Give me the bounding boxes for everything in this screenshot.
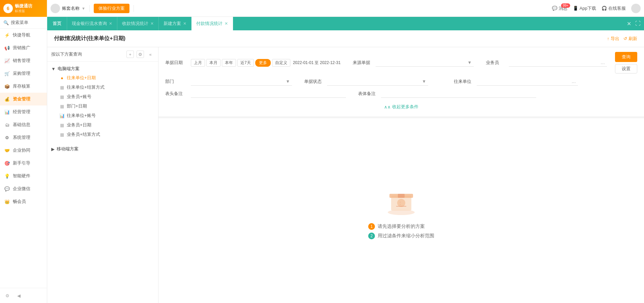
sidebar-item-inventory[interactable]: 📦 库存核算 xyxy=(0,80,47,93)
operations-icon: 📊 xyxy=(4,109,10,115)
last-7-days-btn[interactable]: 近7天 xyxy=(237,59,254,67)
query-btn[interactable]: 查询 xyxy=(615,52,637,62)
messages-btn[interactable]: 💬 消息 99+ xyxy=(552,5,567,11)
sidebar-item-basic-info[interactable]: 🗂 基础信息 xyxy=(0,118,47,131)
this-year-btn[interactable]: 本年 xyxy=(222,59,236,67)
tab-bar: 首页 现金银行流水查询 ✕ 收款情况统计 ✕ 新建方案 ✕ 付款情况统计 ✕ ✕… xyxy=(47,17,644,30)
tab-new-scheme[interactable]: 新建方案 ✕ xyxy=(159,17,192,30)
tab-receipt-stats-close[interactable]: ✕ xyxy=(150,21,154,26)
chevron-down-icon[interactable]: ▼ xyxy=(82,6,85,10)
more-date-btn[interactable]: 更多 xyxy=(255,59,271,67)
collapse-label: 收起更多条件 xyxy=(392,104,418,110)
basic-info-icon: 🗂 xyxy=(4,122,10,128)
salesman-label: 业务员 xyxy=(486,60,506,66)
tab-bank-flow-close[interactable]: ✕ xyxy=(109,21,112,26)
settings-btn[interactable]: 设置 xyxy=(615,64,637,73)
sidebar-item-operations[interactable]: 📊 经营管理 xyxy=(0,105,47,118)
scheme-item-dept-date[interactable]: ▦ 部门+日期 xyxy=(57,101,154,111)
desktop-group-header[interactable]: ▼ 电脑端方案 xyxy=(51,64,154,73)
scheme-item-salesman-payment[interactable]: ▦ 业务员+结算方式 xyxy=(57,130,154,139)
close-tab-icon[interactable]: ✕ xyxy=(627,21,631,27)
avatar xyxy=(51,4,60,13)
search-menu[interactable]: 🔍 搜索菜单 xyxy=(0,17,47,29)
tab-receipt-stats[interactable]: 收款情况统计 ✕ xyxy=(117,17,159,30)
sidebar-item-label: 资金管理 xyxy=(13,96,30,102)
sidebar-item-purchase[interactable]: 🛒 采购管理 xyxy=(0,67,47,80)
sidebar-item-marketing[interactable]: 📢 营销推广 xyxy=(0,41,47,54)
sidebar-item-label: 系统管理 xyxy=(13,134,30,141)
doc-status-select[interactable]: ▼ xyxy=(327,78,428,86)
scheme-item-label: 部门+日期 xyxy=(67,103,87,109)
sidebar-item-sales[interactable]: 📈 销售管理 xyxy=(0,54,47,67)
tab-payment-stats[interactable]: 付款情况统计 ✕ xyxy=(192,17,233,30)
collapse-panel-btn[interactable]: « xyxy=(147,51,154,58)
collapse-filter-btn[interactable]: ∧∧ 收起更多条件 xyxy=(382,102,420,112)
sidebar-item-cooperation[interactable]: 🤝 企业协同 xyxy=(0,144,47,157)
date-range-display: 2022-01-01 至 2022-12-31 xyxy=(293,60,341,66)
source-doc-select[interactable]: ▼ xyxy=(376,59,474,67)
body-notes-label: 表体备注 xyxy=(358,91,378,97)
scheme-item-salesman-account[interactable]: ▦ 业务员+账号 xyxy=(57,92,154,101)
tab-home[interactable]: 首页 xyxy=(47,17,67,30)
mobile-group-header[interactable]: ▶ 移动端方案 xyxy=(51,145,154,153)
hint-text-1: 请先选择要分析的方案 xyxy=(378,223,425,230)
top-nav: 账套名称 ▼ 体验行业方案 💬 消息 99+ 📱 App下载 🎧 在线客服 xyxy=(47,0,644,17)
date-buttons: 上月 本月 本年 近7天 更多 自定义 2022-01-01 至 2022-12… xyxy=(191,59,341,67)
salesman-select[interactable]: … xyxy=(509,59,607,67)
tab-receipt-stats-label: 收款情况统计 xyxy=(122,21,148,27)
online-service-btn[interactable]: 🎧 在线客服 xyxy=(602,5,626,11)
purchase-icon: 🛒 xyxy=(4,70,10,77)
collapse-sidebar-icon[interactable]: ◀ xyxy=(15,292,23,300)
sidebar-item-capital[interactable]: 💰 资金管理 xyxy=(0,93,47,105)
app-download-label: App下载 xyxy=(580,5,596,11)
sidebar-item-guide[interactable]: 🎯 新手引导 xyxy=(0,157,47,170)
left-scheme-panel: 按以下方案查询 + ⚙ « ▼ 电脑端方案 ● 往来单位+日期 xyxy=(47,47,158,303)
inventory-icon: 📦 xyxy=(4,83,10,89)
scheme-item-label: 往来单位+结算方式 xyxy=(67,84,105,90)
sidebar-item-enterprise-wx[interactable]: 💬 企业微信 xyxy=(0,182,47,195)
tab-payment-stats-close[interactable]: ✕ xyxy=(225,21,228,26)
this-month-btn[interactable]: 本月 xyxy=(206,59,221,67)
tab-new-scheme-label: 新建方案 xyxy=(164,21,181,27)
add-scheme-btn[interactable]: + xyxy=(126,51,134,58)
desktop-group-arrow: ▼ xyxy=(51,66,56,71)
app-download-btn[interactable]: 📱 App下载 xyxy=(573,5,596,11)
settings-footer-icon[interactable]: ⚙ xyxy=(3,292,11,300)
sidebar-item-label: 销售管理 xyxy=(13,58,30,64)
export-icon: ↑ xyxy=(607,36,610,41)
member-icon: 👑 xyxy=(4,199,10,205)
tab-bank-flow[interactable]: 现金银行流水查询 ✕ xyxy=(67,17,117,30)
sidebar-item-quick-nav[interactable]: ⚡ 快捷导航 xyxy=(0,29,47,41)
custom-date-btn[interactable]: 自定义 xyxy=(272,59,290,67)
scheme-item-salesman-date[interactable]: ▦ 业务员+日期 xyxy=(57,120,154,130)
dept-select[interactable]: ▼ xyxy=(191,78,292,86)
sidebar-item-smart-hw[interactable]: 💡 智能硬件 xyxy=(0,170,47,182)
filter-row-2: 部门 ▼ 单据状态 ▼ 往来单 xyxy=(165,78,637,86)
sidebar-item-label: 畅会员 xyxy=(13,199,26,205)
user-avatar-top[interactable] xyxy=(631,4,641,13)
desktop-group-label: 电脑端方案 xyxy=(58,66,80,72)
divider xyxy=(89,5,90,12)
mobile-group-arrow: ▶ xyxy=(51,147,55,152)
scheme-item-unit-payment[interactable]: ▦ 往来单位+结算方式 xyxy=(57,83,154,92)
scheme-item-unit-date[interactable]: ● 往来单位+日期 xyxy=(57,73,154,83)
app-edition: 标准版 xyxy=(15,9,32,13)
header-notes-input[interactable] xyxy=(191,90,346,98)
svg-point-4 xyxy=(397,199,405,207)
tab-new-scheme-close[interactable]: ✕ xyxy=(183,21,186,26)
body-notes-input[interactable] xyxy=(381,90,536,98)
related-unit-select[interactable]: … xyxy=(477,78,578,86)
tab-bar-end: ✕ ⛶ xyxy=(623,17,644,30)
industry-btn[interactable]: 体验行业方案 xyxy=(94,4,129,13)
doc-date-label: 单据日期 xyxy=(165,60,185,66)
scheme-item-unit-account[interactable]: 📊 往来单位+账号 xyxy=(57,111,154,120)
refresh-icon: ↺ xyxy=(623,36,627,41)
refresh-btn[interactable]: ↺ 刷新 xyxy=(623,36,637,42)
sidebar-item-member[interactable]: 👑 畅会员 xyxy=(0,195,47,208)
export-btn[interactable]: ↑ 导出 xyxy=(607,36,620,42)
last-month-btn[interactable]: 上月 xyxy=(191,59,205,67)
sidebar-item-system[interactable]: ⚙ 系统管理 xyxy=(0,131,47,144)
settings-scheme-btn[interactable]: ⚙ xyxy=(137,51,144,58)
expand-icon[interactable]: ⛶ xyxy=(635,21,641,27)
cooperation-icon: 🤝 xyxy=(4,147,10,153)
